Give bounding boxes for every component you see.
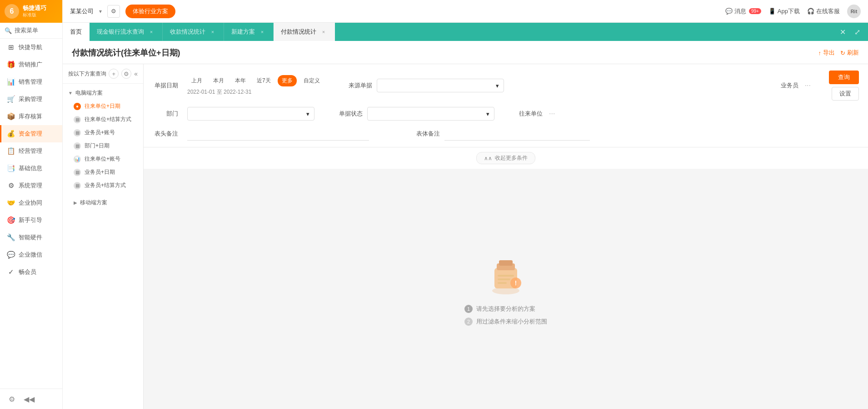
date-more[interactable]: 更多: [278, 75, 297, 86]
logo-text: 畅捷通巧 标准版: [23, 5, 46, 19]
expand-icon[interactable]: ⤢: [852, 26, 863, 37]
message-action[interactable]: 💬 消息 99+: [725, 7, 761, 15]
scheme-item-dept-date[interactable]: ▦ 部门+日期: [63, 139, 143, 152]
source-label: 来源单据: [347, 81, 372, 90]
scheme-item-partner-settlement[interactable]: ▦ 往来单位+结算方式: [63, 113, 143, 126]
date-options: 上月 本月 本年 近7天 更多 自定义: [187, 75, 324, 86]
partner-label: 往来单位: [517, 110, 543, 118]
sidebar-item-hardware[interactable]: 🔧 智能硬件: [0, 229, 62, 246]
tab-new-scheme-close[interactable]: ×: [259, 28, 266, 35]
company-name: 某某公司: [70, 7, 94, 15]
date-this-month[interactable]: 本月: [209, 75, 228, 86]
svg-rect-5: [498, 278, 510, 280]
scheme-item-partner-date[interactable]: ● 往来单位+日期: [63, 100, 143, 113]
tab-income[interactable]: 收款情况统计 ×: [163, 23, 224, 41]
sidebar: 6 畅捷通巧 标准版 🔍 搜索菜单 ⊞ 快捷导航 🎁 营销推广 📊 销售管理 🛒…: [0, 0, 63, 409]
sidebar-item-guide[interactable]: 🎯 新手引导: [0, 212, 62, 229]
scheme-settings-icon[interactable]: ⚙: [121, 69, 131, 79]
mobile-group-header[interactable]: ▶ 移动端方案: [63, 197, 143, 209]
tip-num-2: 2: [464, 318, 473, 326]
sidebar-item-system[interactable]: ⚙ 系统管理: [0, 177, 62, 194]
page-header-row: 付款情况统计(往来单位+日期) ↑ 导出 ↻ 刷新: [72, 47, 859, 64]
main: 某某公司 ▾ ⚙ 体验行业方案 💬 消息 99+ 📱 App下载 🎧 在线客服 …: [63, 0, 868, 409]
tab-new-scheme[interactable]: 新建方案 ×: [224, 23, 274, 41]
message-badge: 99+: [749, 8, 761, 14]
source-dropdown-icon: ▾: [496, 82, 499, 89]
export-btn[interactable]: ↑ 导出: [818, 49, 835, 57]
date-custom[interactable]: 自定义: [299, 75, 324, 86]
empty-tip-2: 2 用过滤条件来缩小分析范围: [464, 318, 547, 326]
sidebar-item-finance[interactable]: 💰 资金管理: [0, 125, 62, 142]
tab-bank[interactable]: 现金银行流水查询 ×: [90, 23, 163, 41]
scheme-sidebar: 按以下方案查询 + ⚙ « ▼ 电脑端方案 ● 往来单位+日期: [63, 64, 144, 409]
trial-btn[interactable]: 体验行业方案: [125, 5, 175, 18]
query-button[interactable]: 查询: [829, 71, 859, 84]
scheme-item-partner-account[interactable]: 📊 往来单位+账号: [63, 152, 143, 166]
sales-icon: 📊: [7, 78, 15, 86]
filter-panel: 单据日期 上月 本月 本年 近7天 更多 自定义 2022-01-01 至 20…: [144, 64, 868, 147]
svg-rect-6: [498, 282, 507, 284]
sidebar-item-purchase[interactable]: 🛒 采购管理: [0, 91, 62, 108]
sidebar-item-quick-nav[interactable]: ⊞ 快捷导航: [0, 39, 62, 56]
company-dropdown-icon[interactable]: ▾: [99, 8, 102, 15]
note-body-input[interactable]: [444, 127, 590, 141]
tip-num-1: 1: [464, 305, 473, 313]
scheme-item-salesperson-settlement[interactable]: ▦ 业务员+结算方式: [63, 179, 143, 192]
collapse-more-conditions-btn[interactable]: ∧∧ 收起更多条件: [476, 152, 535, 164]
add-scheme-icon[interactable]: +: [109, 69, 119, 79]
svg-text:!: !: [515, 279, 517, 287]
tab-income-close[interactable]: ×: [209, 28, 216, 35]
settings-button[interactable]: 设置: [832, 87, 859, 101]
sidebar-item-basic-info[interactable]: 📑 基础信息: [0, 160, 62, 177]
search-menu[interactable]: 🔍 搜索菜单: [0, 23, 62, 39]
date-this-year[interactable]: 本年: [231, 75, 250, 86]
tabbar: 首页 现金银行流水查询 × 收款情况统计 × 新建方案 × 付款情况统计 × ✕…: [63, 23, 868, 41]
date-range: 2022-01-01 至 2022-12-31: [187, 88, 324, 96]
page-header-actions: ↑ 导出 ↻ 刷新: [818, 49, 859, 57]
empty-icon: !: [483, 252, 529, 298]
tab-payment-stats-close[interactable]: ×: [320, 28, 327, 35]
sidebar-item-operation[interactable]: 📋 经营管理: [0, 142, 62, 160]
sidebar-item-enterprise[interactable]: 🤝 企业协同: [0, 194, 62, 212]
sidebar-item-wechat[interactable]: 💬 企业微信: [0, 246, 62, 263]
app-download-action[interactable]: 📱 App下载: [768, 7, 800, 15]
hardware-icon: 🔧: [7, 233, 15, 242]
note-header-input[interactable]: [187, 127, 369, 141]
online-service-action[interactable]: 🎧 在线客服: [807, 7, 840, 15]
dept-select[interactable]: ▾: [187, 107, 314, 121]
logo-icon: 6: [5, 4, 19, 19]
page-content: 付款情况统计(往来单位+日期) ↑ 导出 ↻ 刷新 按以下方案查询: [63, 41, 868, 409]
collapse-sidebar-icon[interactable]: ◀◀: [23, 393, 35, 405]
date-last-month[interactable]: 上月: [187, 75, 206, 86]
topbar-settings-icon[interactable]: ⚙: [107, 5, 120, 18]
desktop-group-header[interactable]: ▼ 电脑端方案: [63, 86, 143, 100]
sidebar-logo[interactable]: 6 畅捷通巧 标准版: [0, 0, 62, 23]
sidebar-item-inventory[interactable]: 📦 库存核算: [0, 108, 62, 125]
receipt-status-select[interactable]: ▾: [367, 107, 494, 121]
sidebar-item-sales[interactable]: 📊 销售管理: [0, 73, 62, 91]
filter-row-1: 单据日期 上月 本月 本年 近7天 更多 自定义 2022-01-01 至 20…: [153, 71, 859, 101]
tab-bank-close[interactable]: ×: [148, 28, 155, 35]
source-select[interactable]: ▾: [377, 79, 504, 92]
scheme-icon-salesperson-date: ▦: [74, 169, 81, 176]
scheme-item-salesperson-account[interactable]: ▦ 业务员+账号: [63, 126, 143, 139]
tab-payment-stats[interactable]: 付款情况统计 ×: [274, 23, 335, 41]
tab-home[interactable]: 首页: [63, 23, 90, 41]
dept-label: 部门: [153, 110, 178, 118]
export-icon: ↑: [818, 50, 822, 56]
member-icon: ✓: [7, 268, 15, 276]
collapse-scheme-btn[interactable]: «: [134, 70, 138, 77]
user-avatar[interactable]: Rit: [847, 5, 861, 18]
refresh-btn[interactable]: ↻ 刷新: [840, 49, 859, 57]
sidebar-item-member[interactable]: ✓ 畅会员: [0, 263, 62, 281]
close-all-tabs-icon[interactable]: ✕: [837, 26, 848, 37]
operation-icon: 📋: [7, 147, 15, 155]
settings-bottom-icon[interactable]: ⚙: [5, 393, 18, 405]
guide-icon: 🎯: [7, 216, 15, 224]
filter-row-2: 部门 ▾ 单据状态 ▾ 往来单: [153, 107, 859, 121]
date-last-7days[interactable]: 近7天: [253, 75, 275, 86]
svg-rect-3: [499, 260, 513, 266]
scheme-item-salesperson-date[interactable]: ▦ 业务员+日期: [63, 166, 143, 179]
sidebar-item-marketing[interactable]: 🎁 营销推广: [0, 56, 62, 73]
topbar: 某某公司 ▾ ⚙ 体验行业方案 💬 消息 99+ 📱 App下载 🎧 在线客服 …: [63, 0, 868, 23]
